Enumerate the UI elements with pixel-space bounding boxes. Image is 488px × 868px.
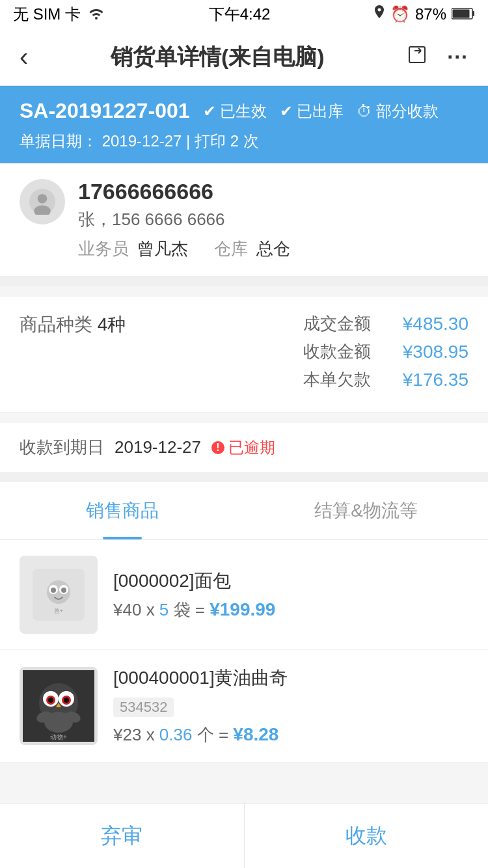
product-image-1: 兽+ xyxy=(20,556,98,634)
wifi-icon xyxy=(87,5,105,23)
divider-2 xyxy=(0,412,488,413)
product-price-2: ¥23 x 0.36 个 = ¥8.28 xyxy=(113,724,468,746)
tab-sales-products[interactable]: 销售商品 xyxy=(0,482,244,539)
product-list: 兽+ [0000002]面包 ¥40 x 5 袋 = ¥199.99 xyxy=(0,540,488,763)
tab-bar: 销售商品 结算&物流等 xyxy=(0,482,488,540)
back-button[interactable]: ‹ xyxy=(20,42,28,72)
cancel-review-button[interactable]: 弃审 xyxy=(0,804,245,868)
product-qty-1: 5 xyxy=(159,600,169,619)
status-shipped: ✔ 已出库 xyxy=(280,101,344,122)
sim-status: 无 SIM 卡 xyxy=(13,4,81,25)
customer-meta: 业务员 曾凡杰 仓库 总仓 xyxy=(78,237,468,260)
svg-point-5 xyxy=(38,194,47,204)
warehouse: 仓库 总仓 xyxy=(214,237,290,260)
product-name-1: [0000002]面包 xyxy=(113,569,468,593)
status-effective: ✔ 已生效 xyxy=(203,101,267,122)
receipt-button[interactable]: 收款 xyxy=(245,804,489,868)
svg-rect-2 xyxy=(453,10,470,18)
svg-point-21 xyxy=(64,698,69,703)
customer-section: 17666666666 张，156 6666 6666 业务员 曾凡杰 仓库 总… xyxy=(0,163,488,276)
status-bar: 无 SIM 卡 下午4:42 ⏰ 87% xyxy=(0,0,488,29)
alarm-icon: ⏰ xyxy=(390,5,410,23)
check-icon-2: ✔ xyxy=(280,102,293,120)
divider-1 xyxy=(0,276,488,286)
debt-amount: 本单欠款 ¥176.35 xyxy=(303,368,468,391)
product-total-1: ¥199.99 xyxy=(210,599,275,619)
svg-point-11 xyxy=(51,588,56,593)
product-name-2: [000400001]黄油曲奇 xyxy=(113,666,468,690)
svg-point-12 xyxy=(61,588,66,593)
customer-id: 17666666666 xyxy=(78,179,468,204)
product-image-2: 动物+ xyxy=(20,667,98,745)
clock-icon: ⏱ xyxy=(357,102,372,120)
product-details-1: [0000002]面包 ¥40 x 5 袋 = ¥199.99 xyxy=(113,569,468,621)
product-category: 商品种类 4种 xyxy=(20,312,126,337)
svg-text:兽+: 兽+ xyxy=(54,608,63,614)
product-total-2: ¥8.28 xyxy=(233,724,278,744)
share-button[interactable] xyxy=(407,44,427,70)
receipt-amount: 收款金额 ¥308.95 xyxy=(303,340,468,363)
battery-level: 87% xyxy=(415,5,446,23)
transaction-amount: 成交金额 ¥485.30 xyxy=(303,312,468,335)
due-date-value: 2019-12-27 xyxy=(115,437,201,457)
due-date-section: 收款到期日 2019-12-27 ! 已逾期 xyxy=(0,423,488,472)
list-item: 兽+ [0000002]面包 ¥40 x 5 袋 = ¥199.99 xyxy=(0,540,488,650)
list-item: 动物+ [000400001]黄油曲奇 534532 ¥23 x 0.36 个 … xyxy=(0,650,488,763)
overdue-text: 已逾期 xyxy=(228,437,275,458)
svg-point-20 xyxy=(48,698,53,703)
stats-section: 商品种类 4种 成交金额 ¥485.30 收款金额 ¥308.95 本单欠款 ¥… xyxy=(0,297,488,412)
svg-rect-3 xyxy=(409,47,425,62)
more-button[interactable]: ··· xyxy=(447,45,468,69)
customer-name-phone: 张，156 6666 6666 xyxy=(78,208,468,231)
status-left: 无 SIM 卡 xyxy=(13,4,105,25)
status-right: ⏰ 87% xyxy=(373,5,475,23)
nav-bar: ‹ 销货单详情(来自电脑) ··· xyxy=(0,29,488,86)
svg-text:动物+: 动物+ xyxy=(50,733,67,740)
product-price-1: ¥40 x 5 袋 = ¥199.99 xyxy=(113,599,468,621)
battery-icon xyxy=(452,5,475,23)
due-label: 收款到期日 xyxy=(20,436,104,459)
order-header-banner: SA-20191227-001 ✔ 已生效 ✔ 已出库 ⏱ 部分收款 单据日期：… xyxy=(0,86,488,163)
order-date: 单据日期： 2019-12-27 | 打印 2 次 xyxy=(20,131,468,152)
sales-rep: 业务员 曾凡杰 xyxy=(78,237,188,260)
location-icon xyxy=(373,5,385,23)
financial-stats: 成交金额 ¥485.30 收款金额 ¥308.95 本单欠款 ¥176.35 xyxy=(303,312,468,396)
avatar xyxy=(20,179,65,224)
tab-underline xyxy=(103,537,142,539)
status-time: 下午4:42 xyxy=(209,4,271,25)
overdue-badge: ! 已逾期 xyxy=(211,437,275,458)
order-id: SA-20191227-001 xyxy=(20,99,190,123)
status-partial: ⏱ 部分收款 xyxy=(357,101,439,122)
bottom-action-bar: 弃审 收款 xyxy=(0,803,488,868)
svg-rect-1 xyxy=(472,11,474,16)
product-tag-2: 534532 xyxy=(113,698,174,717)
overdue-dot-icon: ! xyxy=(211,441,224,454)
customer-info: 17666666666 张，156 6666 6666 业务员 曾凡杰 仓库 总… xyxy=(78,179,468,260)
divider-3 xyxy=(0,472,488,482)
product-details-2: [000400001]黄油曲奇 534532 ¥23 x 0.36 个 = ¥8… xyxy=(113,666,468,746)
check-icon-1: ✔ xyxy=(203,102,216,120)
page-title: 销货单详情(来自电脑) xyxy=(111,42,325,72)
product-placeholder-1: 兽+ xyxy=(20,556,98,634)
tab-settlement[interactable]: 结算&物流等 xyxy=(244,482,488,539)
product-qty-2: 0.36 xyxy=(159,725,193,744)
product-owl-icon: 动物+ xyxy=(20,667,98,745)
